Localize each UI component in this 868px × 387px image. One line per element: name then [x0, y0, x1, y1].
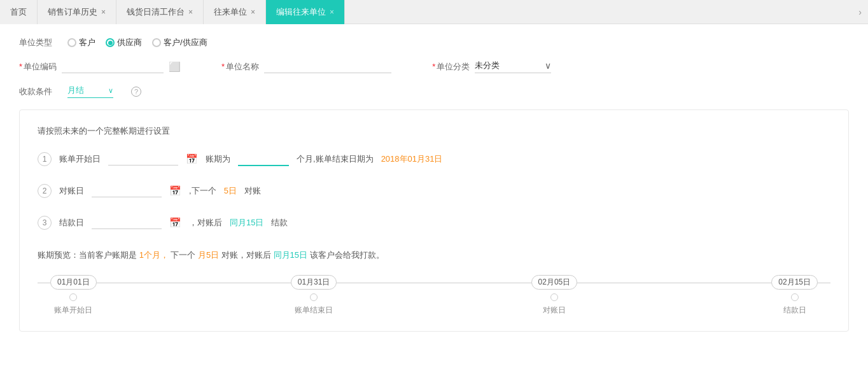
tab-chevron-icon[interactable]: ›: [852, 7, 868, 17]
tab-sales-order-history[interactable]: 销售订单历史 ×: [38, 0, 116, 24]
radio-customer-label: 客户: [79, 37, 95, 48]
step-num-3: 3: [38, 216, 52, 230]
unit-classify-group: 单位分类 未分类 ∨: [432, 60, 551, 73]
unit-info-row: 单位编码 000001 ⬜ 单位名称 河南供应商22 单位分类 未分类 ∨: [19, 60, 849, 73]
step-num-2: 2: [38, 184, 52, 198]
preview-pay-suffix: 该客户会给我打款。: [310, 250, 384, 260]
tab-cash-work[interactable]: 钱货日清工作台 ×: [116, 0, 204, 24]
unit-type-label: 单位类型: [19, 37, 52, 48]
radio-both[interactable]: 客户/供应商: [152, 37, 207, 48]
tabs-bar: 首页 销售订单历史 × 钱货日清工作台 × 往来单位 × 编辑往来单位 × ›: [0, 0, 868, 24]
calendar-icon-2[interactable]: 📅: [169, 185, 181, 197]
step3-suffix: 结款: [271, 217, 288, 229]
payment-label: 收款条件: [19, 86, 52, 97]
step2-prefix: ,下一个: [189, 185, 216, 197]
step-row-2: 2 对账日 2018-02-05 📅 ,下一个 5日 对账: [38, 184, 830, 198]
step2-highlight: 5日: [224, 185, 237, 197]
radio-supplier-circle: [106, 38, 115, 47]
preview-check-suffix: 对账，对账后: [221, 250, 271, 260]
timeline-date-3: 02月15日: [771, 275, 818, 290]
tab-edit-label: 编辑往来单位: [276, 6, 326, 18]
unit-type-radio-group: 客户 供应商 客户/供应商: [67, 37, 207, 48]
timeline-sublabel-1: 账单结束日: [295, 305, 333, 316]
preview-text: 账期预览：当前客户账期是 1个月， 下一个 月5日 对账，对账后 同月15日 该…: [38, 248, 830, 262]
timeline-date-2: 02月05日: [531, 275, 578, 290]
close-icon[interactable]: ×: [188, 8, 193, 17]
radio-supplier-label: 供应商: [117, 37, 142, 48]
step-date-input-1[interactable]: 2018-01-01: [108, 153, 178, 165]
timeline-point-0: 01月01日 账单开始日: [50, 275, 97, 316]
step3-highlight: 同月15日: [230, 217, 263, 229]
tab-cash-label: 钱货日清工作台: [127, 6, 185, 18]
timeline-date-0: 01月01日: [50, 275, 97, 290]
timeline-sublabel-2: 对账日: [543, 305, 566, 316]
radio-customer-circle: [67, 38, 76, 47]
step-row-1: 1 账单开始日 2018-01-01 📅 账期为 1 个月,账单结束日期为 20…: [38, 152, 830, 166]
radio-customer[interactable]: 客户: [67, 37, 95, 48]
unit-code-label: 单位编码: [19, 61, 57, 73]
unit-code-input[interactable]: 000001: [62, 60, 164, 73]
step-row-3: 3 结款日 2018-02-15 📅 ，对账后 同月15日 结款: [38, 216, 830, 230]
close-icon[interactable]: ×: [251, 8, 255, 17]
radio-both-circle: [152, 38, 161, 47]
unit-code-group: 单位编码 000001 ⬜: [19, 60, 181, 73]
close-icon[interactable]: ×: [101, 8, 106, 17]
timeline-sublabel-3: 结款日: [783, 305, 806, 316]
card-title: 请按照未来的一个完整帐期进行设置: [38, 125, 830, 137]
end-date-highlight: 2018年01月31日: [381, 153, 443, 165]
tab-partner-label: 往来单位: [214, 6, 247, 18]
period-input[interactable]: 1: [238, 153, 289, 166]
step-label-1: 账单开始日: [59, 153, 101, 165]
tab-home[interactable]: 首页: [0, 0, 38, 24]
timeline-points: 01月01日 账单开始日 01月31日 账单结束日 02月05日 对账日 02月…: [50, 275, 818, 316]
copy-icon[interactable]: ⬜: [169, 61, 181, 73]
unit-name-input[interactable]: 河南供应商22: [264, 60, 391, 73]
settings-card: 请按照未来的一个完整帐期进行设置 1 账单开始日 2018-01-01 📅 账期…: [19, 109, 849, 332]
payment-row: 收款条件 月结 ∨ ?: [19, 85, 849, 98]
unit-name-label: 单位名称: [221, 61, 259, 73]
unit-name-group: 单位名称 河南供应商22: [221, 60, 391, 73]
step2-suffix: 对账: [244, 185, 261, 197]
payment-chevron-icon[interactable]: ∨: [108, 87, 113, 95]
timeline-dot-1: [310, 293, 318, 301]
timeline-point-3: 02月15日 结款日: [771, 275, 818, 316]
timeline-point-2: 02月05日 对账日: [531, 275, 578, 316]
preview-pay-highlight: 同月15日: [274, 250, 307, 260]
calendar-icon-1[interactable]: 📅: [186, 153, 198, 165]
step-label-3: 结款日: [59, 217, 84, 229]
classify-dropdown[interactable]: 未分类 ∨: [475, 60, 551, 73]
main-content: 单位类型 客户 供应商 客户/供应商 单位编码 000001 ⬜ 单位名称 河南…: [0, 24, 868, 387]
timeline-dot-3: [791, 293, 799, 301]
classify-value: 未分类: [475, 60, 542, 71]
period-label: 账期为: [206, 153, 230, 165]
calendar-icon-3[interactable]: 📅: [169, 217, 181, 229]
timeline-point-1: 01月31日 账单结束日: [291, 275, 337, 316]
payment-select[interactable]: 月结 ∨: [67, 85, 113, 98]
step-num-1: 1: [38, 152, 52, 166]
step3-prefix: ，对账后: [189, 217, 222, 229]
preview-period: 1个月，: [139, 250, 169, 260]
radio-supplier[interactable]: 供应商: [106, 37, 142, 48]
preview-check-highlight: 月5日: [198, 250, 219, 260]
period-unit-text: 个月,账单结束日期为: [297, 153, 374, 165]
step-date-input-3[interactable]: 2018-02-15: [92, 216, 162, 229]
timeline-dot-2: [550, 293, 558, 301]
tab-sales-label: 销售订单历史: [48, 6, 97, 18]
tab-home-label: 首页: [10, 6, 27, 18]
tab-partner-units[interactable]: 往来单位 ×: [204, 0, 266, 24]
timeline-container: 01月01日 账单开始日 01月31日 账单结束日 02月05日 对账日 02月…: [38, 275, 830, 316]
classify-chevron-icon[interactable]: ∨: [545, 60, 551, 71]
timeline-sublabel-0: 账单开始日: [54, 305, 92, 316]
tab-edit-partner[interactable]: 编辑往来单位 ×: [266, 0, 345, 24]
step-date-input-2[interactable]: 2018-02-05: [92, 185, 162, 197]
preview-check-prefix: 下一个: [171, 250, 195, 260]
close-icon[interactable]: ×: [330, 8, 334, 17]
preview-label: 账期预览：当前客户账期是: [38, 250, 137, 260]
radio-both-label: 客户/供应商: [164, 37, 207, 48]
unit-classify-label: 单位分类: [432, 61, 470, 73]
timeline-date-1: 01月31日: [291, 275, 337, 290]
help-icon[interactable]: ?: [131, 87, 141, 97]
payment-value: 月结: [67, 85, 106, 96]
step-label-2: 对账日: [59, 185, 84, 197]
unit-type-row: 单位类型 客户 供应商 客户/供应商: [19, 37, 849, 48]
